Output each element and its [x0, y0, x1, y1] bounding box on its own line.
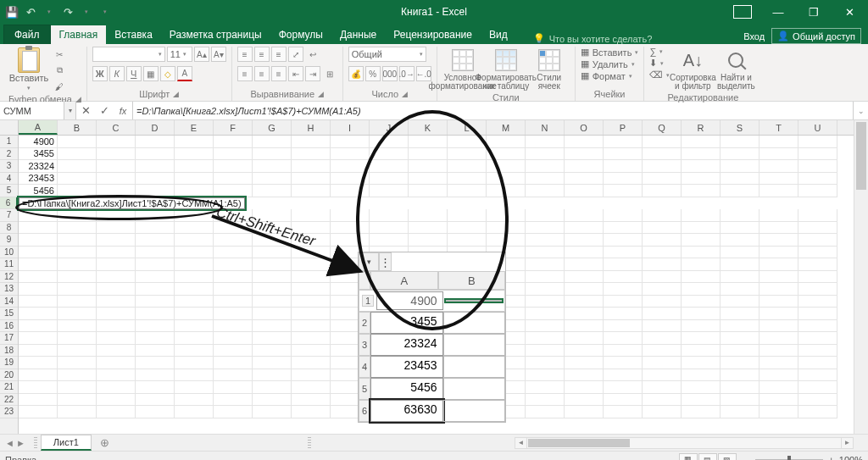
cell[interactable] [721, 173, 760, 186]
cell[interactable] [409, 222, 448, 235]
tell-me[interactable]: 💡 Что вы хотите сделать? [533, 33, 653, 44]
cell[interactable] [798, 185, 837, 197]
cell[interactable] [798, 381, 837, 394]
cell[interactable] [760, 406, 798, 418]
cell[interactable] [448, 185, 487, 197]
cell[interactable] [214, 345, 253, 357]
cell[interactable] [604, 406, 643, 418]
cell[interactable] [292, 247, 331, 259]
cell[interactable] [682, 247, 721, 259]
cell[interactable] [253, 283, 292, 296]
row-header-13[interactable]: 13 [0, 283, 18, 296]
cell[interactable] [526, 247, 565, 259]
cell[interactable] [214, 369, 253, 382]
cell[interactable] [643, 283, 682, 296]
cell[interactable] [253, 320, 292, 333]
cell[interactable] [643, 160, 682, 173]
cell[interactable] [136, 320, 175, 333]
cell[interactable] [58, 308, 97, 320]
col-header-C[interactable]: C [97, 120, 136, 135]
cell[interactable] [214, 271, 253, 284]
cell[interactable] [331, 185, 370, 197]
fill-button[interactable]: ⬇▾ [649, 58, 670, 69]
row-header-10[interactable]: 10 [0, 247, 18, 259]
cell[interactable] [643, 296, 682, 308]
cell[interactable] [487, 173, 526, 186]
column-headers[interactable]: ABCDEFGHIJKLMNOPQRSTU [19, 120, 854, 136]
cell[interactable] [58, 406, 97, 418]
cell[interactable] [643, 357, 682, 369]
cell[interactable] [526, 283, 565, 296]
cell[interactable] [526, 296, 565, 308]
cell[interactable] [97, 173, 136, 186]
cell[interactable] [565, 296, 604, 308]
cell[interactable] [370, 160, 409, 173]
cell[interactable] [331, 222, 370, 235]
cell[interactable]: 23453 [19, 173, 58, 186]
cell[interactable] [292, 406, 331, 418]
cell[interactable] [253, 234, 292, 247]
cell[interactable] [643, 406, 682, 418]
cell[interactable] [253, 209, 292, 222]
cell[interactable] [214, 406, 253, 418]
cell[interactable] [97, 283, 136, 296]
cell[interactable] [214, 234, 253, 247]
cell[interactable] [175, 320, 214, 333]
cell[interactable] [136, 185, 175, 197]
cell[interactable] [58, 357, 97, 369]
cell[interactable] [136, 332, 175, 345]
cell[interactable] [721, 258, 760, 271]
cell[interactable] [136, 394, 175, 407]
cell[interactable] [526, 406, 565, 418]
cell[interactable] [760, 381, 798, 394]
cell[interactable] [604, 283, 643, 296]
cell[interactable] [721, 332, 760, 345]
launcher-icon[interactable]: ◢ [173, 90, 179, 98]
cell[interactable] [643, 369, 682, 382]
cell[interactable] [136, 173, 175, 186]
cell[interactable] [760, 332, 798, 345]
cell[interactable] [214, 160, 253, 173]
cut-icon[interactable]: ✂ [52, 47, 67, 62]
font-size-select[interactable]: 11▾ [167, 47, 192, 62]
cell[interactable] [682, 369, 721, 382]
row-header-1[interactable]: 1 [0, 136, 18, 148]
launcher-icon[interactable]: ◢ [402, 90, 408, 98]
cell[interactable] [798, 369, 837, 382]
redo-dropdown-icon[interactable]: ▾ [80, 5, 93, 19]
cell[interactable] [682, 136, 721, 148]
cell[interactable] [253, 222, 292, 235]
cell[interactable] [253, 394, 292, 407]
cell[interactable] [721, 185, 760, 197]
cell[interactable] [643, 394, 682, 407]
cell[interactable] [370, 222, 409, 235]
cell[interactable] [760, 320, 798, 333]
cell[interactable] [448, 173, 487, 186]
cell[interactable] [760, 234, 798, 247]
cell[interactable] [798, 345, 837, 357]
cell[interactable] [175, 148, 214, 161]
cell[interactable] [292, 296, 331, 308]
col-header-G[interactable]: G [253, 120, 292, 135]
name-box[interactable]: СУММ [0, 102, 64, 119]
cell[interactable] [760, 271, 798, 284]
cell[interactable] [19, 271, 58, 284]
cell[interactable] [19, 296, 58, 308]
save-icon[interactable]: 💾 [5, 5, 19, 19]
cell[interactable] [253, 173, 292, 186]
cell[interactable] [565, 308, 604, 320]
cell[interactable] [604, 320, 643, 333]
cell[interactable] [214, 258, 253, 271]
cell[interactable] [526, 209, 565, 222]
cell[interactable] [136, 296, 175, 308]
cell[interactable] [604, 247, 643, 259]
cell[interactable] [604, 173, 643, 186]
row-header-2[interactable]: 2 [0, 148, 18, 161]
cell[interactable] [58, 381, 97, 394]
cell[interactable] [565, 320, 604, 333]
insert-function-icon[interactable]: fx [114, 106, 132, 116]
qat-customize-icon[interactable]: ▾ [98, 5, 112, 19]
cell[interactable] [721, 283, 760, 296]
cell[interactable] [58, 173, 97, 186]
cell[interactable] [565, 258, 604, 271]
